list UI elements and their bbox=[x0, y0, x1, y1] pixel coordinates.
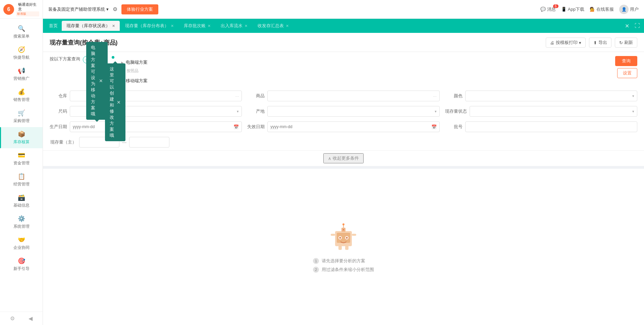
filter-size: 尺码 ▾ bbox=[50, 106, 242, 117]
goods-select[interactable]: ··· bbox=[267, 91, 439, 101]
system-name-dropdown[interactable]: 装备及固定资产辅助管理系统 ▾ bbox=[48, 6, 109, 12]
btn-search[interactable]: 查询 bbox=[615, 56, 637, 66]
tab-collection-summary-label: 收发存汇总表 bbox=[258, 23, 284, 29]
sidebar-item-basic[interactable]: 🗃️ 基础信息 bbox=[0, 191, 43, 212]
brand-name: 畅通道好生意 bbox=[18, 2, 39, 12]
empty-state: 1 请先选择要分析的方案 2 用过滤条件来缩小分析范围 bbox=[43, 169, 644, 325]
color-select[interactable]: ▾ bbox=[465, 91, 637, 101]
tip-num-1: 1 bbox=[313, 258, 319, 264]
sidebar-item-finance[interactable]: 💳 资金管理 bbox=[0, 148, 43, 169]
scheme-desktop-label: 电脑端方案 bbox=[126, 59, 148, 65]
sidebar-item-marketing[interactable]: 📢 营销推广 bbox=[0, 64, 43, 85]
scheme-desktop-expand[interactable]: ▶ 电脑端方案 bbox=[120, 58, 163, 67]
svg-point-9 bbox=[342, 223, 344, 225]
svg-rect-12 bbox=[338, 246, 342, 250]
page-actions: 🖨 按模板打印 ▾ ⬆ 导出 ↻ 刷新 bbox=[546, 38, 637, 48]
production-date-field[interactable] bbox=[73, 124, 232, 129]
sidebar-collapse-icon[interactable]: ◀ bbox=[29, 315, 33, 322]
topnav-settings-icon[interactable]: ⚙ bbox=[113, 6, 117, 12]
nav-user[interactable]: 👤 用户 bbox=[619, 5, 639, 14]
production-date-calendar-icon[interactable]: 📅 bbox=[233, 124, 239, 129]
collapse-btn[interactable]: ∧ 收起更多条件 bbox=[323, 153, 364, 163]
scheme-desktop-child[interactable]: 按照品 bbox=[120, 67, 163, 75]
nav-support[interactable]: 💁 在线客服 bbox=[590, 6, 614, 12]
filter-production-date: 生产日期 📅 bbox=[50, 121, 242, 132]
sidebar-item-sales[interactable]: 💰 销售管理 bbox=[0, 85, 43, 106]
logo-icon: 6 bbox=[3, 4, 14, 15]
btn-set[interactable]: 设置 bbox=[617, 68, 637, 78]
sidebar-item-inventory[interactable]: 📦 库存核算 bbox=[0, 127, 43, 148]
system-name-text: 装备及固定资产辅助管理系统 bbox=[48, 6, 105, 12]
btn-template-print[interactable]: 🖨 按模板打印 ▾ bbox=[546, 38, 586, 48]
filter-row-2: 尺码 ▾ 产地 ▾ 现存量状态 bbox=[43, 105, 644, 120]
top-nav: 装备及固定资产辅助管理系统 ▾ ⚙ 体验行业方案 💬 消息 6 📱 App下载 … bbox=[43, 0, 644, 19]
user-avatar: 👤 bbox=[619, 5, 629, 14]
svg-rect-11 bbox=[352, 234, 356, 236]
nav-messages[interactable]: 💬 消息 6 bbox=[540, 6, 556, 12]
production-date-input[interactable]: 📅 bbox=[70, 121, 242, 132]
filter-row-1: 仓库 ··· 商品 ··· 颜色 bbox=[43, 88, 644, 105]
size-label: 尺码 bbox=[50, 108, 67, 114]
expiry-date-calendar-icon[interactable]: 📅 bbox=[431, 124, 437, 129]
filter-area: 按以下方案查询 电脑方案可设为移动方案哦 ✕ + bbox=[43, 52, 644, 166]
sidebar-item-purchase[interactable]: 🛒 采购管理 bbox=[0, 106, 43, 127]
tab-batch-account[interactable]: 库存批次账 ✕ bbox=[179, 21, 215, 31]
expiry-date-input[interactable]: 📅 bbox=[267, 121, 439, 132]
tab-batch-account-label: 库存批次账 bbox=[184, 23, 206, 29]
scheme-mobile-expand[interactable]: ▶ 移动端方案 bbox=[120, 76, 163, 85]
expiry-date-field[interactable] bbox=[270, 124, 430, 129]
svg-point-7 bbox=[343, 229, 344, 230]
btn-refresh[interactable]: ↻ 刷新 bbox=[615, 38, 637, 48]
tab-close-all-icon[interactable]: ✕ bbox=[624, 21, 631, 31]
tab-in-out-flow-close[interactable]: ✕ bbox=[245, 24, 248, 28]
tab-inventory-status-close[interactable]: ✕ bbox=[112, 24, 115, 28]
sidebar-logo: 6 畅通道好生意 标准版 bbox=[0, 0, 43, 19]
dropdown-arrow-icon: ▾ bbox=[106, 7, 109, 12]
tab-collection-summary-close[interactable]: ✕ bbox=[286, 24, 289, 28]
batch-no-input[interactable] bbox=[465, 121, 637, 132]
sidebar-item-system[interactable]: ⚙️ 系统管理 bbox=[0, 212, 43, 233]
tab-fullscreen-icon[interactable]: ⛶ bbox=[633, 21, 641, 30]
marketing-icon: 📢 bbox=[18, 67, 25, 74]
guide-icon: 🧭 bbox=[18, 46, 25, 53]
tooltip-scheme-convert: 电脑方案可设为移动方案哦 ✕ bbox=[86, 42, 108, 120]
sidebar-item-operations[interactable]: 📋 经营管理 bbox=[0, 169, 43, 191]
print-arrow-icon: ▾ bbox=[579, 40, 581, 45]
btn-industry[interactable]: 体验行业方案 bbox=[121, 4, 158, 14]
sidebar-item-newbie[interactable]: 🎯 新手引导 bbox=[0, 254, 43, 275]
goods-dots: ··· bbox=[433, 94, 437, 99]
sidebar-item-search[interactable]: 🔍 搜索菜单 bbox=[0, 21, 43, 43]
tab-inventory-status[interactable]: 现存量（库存状况表） ✕ bbox=[62, 21, 120, 31]
origin-arrow: ▾ bbox=[435, 109, 437, 114]
sidebar-item-enterprise[interactable]: 🤝 企业协同 bbox=[0, 233, 43, 254]
quantity-max-input[interactable] bbox=[129, 137, 169, 148]
sidebar-settings-icon[interactable]: ⚙ bbox=[10, 315, 15, 322]
inventory-status-select[interactable]: ▾ bbox=[470, 106, 637, 117]
empty-tip-2: 2 用过滤条件来缩小分析范围 bbox=[313, 267, 374, 273]
filter-label: 按以下方案查询 bbox=[50, 56, 80, 62]
sidebar-item-guide[interactable]: 🧭 快捷导航 bbox=[0, 43, 43, 64]
tooltip-close-1[interactable]: ✕ bbox=[99, 78, 103, 84]
search-icon: 🔍 bbox=[18, 25, 25, 32]
tooltip-text-2: 这里可以创建和修改方案哦 bbox=[110, 66, 114, 139]
empty-tips: 1 请先选择要分析的方案 2 用过滤条件来缩小分析范围 bbox=[313, 258, 374, 273]
origin-select[interactable]: ▾ bbox=[267, 106, 439, 117]
tab-home[interactable]: 首页 bbox=[46, 21, 61, 31]
tab-collection-summary[interactable]: 收发存汇总表 ✕ bbox=[253, 21, 293, 31]
tab-bar: 首页 现存量（库存状况表） ✕ 现存量（库存分布表） ✕ 库存批次账 ✕ 出入库… bbox=[43, 19, 644, 33]
inventory-status-arrow: ▾ bbox=[632, 109, 634, 114]
tab-inventory-dist[interactable]: 现存量（库存分布表） ✕ bbox=[120, 21, 178, 31]
filter-row-4: 现存量（主） — bbox=[43, 136, 644, 150]
warehouse-dots: ··· bbox=[235, 94, 239, 99]
btn-export[interactable]: ⬆ 导出 bbox=[589, 38, 611, 48]
inventory-icon: 📦 bbox=[18, 130, 25, 138]
filter-batch-no: 批号 bbox=[445, 121, 637, 132]
tab-batch-account-close[interactable]: ✕ bbox=[208, 24, 211, 28]
tooltip-close-2[interactable]: ✕ bbox=[117, 100, 121, 105]
tab-inventory-dist-close[interactable]: ✕ bbox=[171, 24, 174, 28]
nav-app-download[interactable]: 📱 App下载 bbox=[561, 6, 584, 12]
app-icon: 📱 bbox=[561, 7, 567, 12]
filter-row-3: 生产日期 📅 失效日期 📅 批号 bbox=[43, 120, 644, 136]
tab-in-out-flow[interactable]: 出入库流水 ✕ bbox=[216, 21, 252, 31]
collapse-label: 收起更多条件 bbox=[333, 155, 359, 161]
